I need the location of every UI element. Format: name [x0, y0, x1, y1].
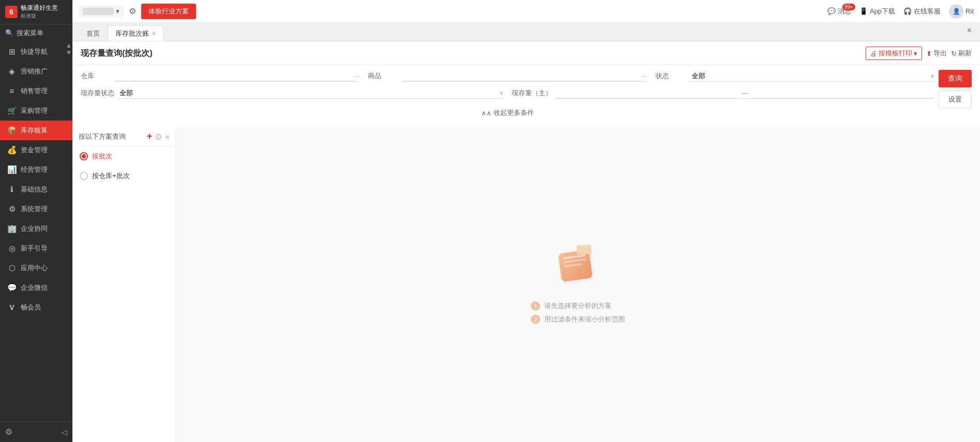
- industry-btn[interactable]: 体验行业方案: [141, 4, 196, 19]
- sidebar-item-label: 应用中心: [21, 263, 48, 273]
- topbar-settings-icon[interactable]: ⚙: [129, 6, 136, 16]
- app-center-icon: ⬡: [7, 263, 17, 273]
- sidebar-item-vip[interactable]: V 畅会员: [0, 298, 72, 317]
- topbar: ▾ ⚙ 体验行业方案 💬 消息 99+ 📱 App下载 🎧 在线客服: [72, 0, 980, 23]
- print-icon: 🖨: [870, 50, 877, 57]
- sidebar-item-label: 营销推广: [21, 67, 48, 76]
- sidebar-item-finance[interactable]: 💰 资金管理: [0, 140, 72, 160]
- refresh-btn[interactable]: ↻ 刷新: [951, 49, 972, 58]
- user-menu[interactable]: 👤 Rit: [949, 4, 974, 19]
- inventory-status-arrow-icon: ∨: [499, 90, 503, 96]
- empty-hint-2: 2 用过滤条件来缩小分析范围: [531, 315, 625, 324]
- scheme-add-icon[interactable]: +: [147, 131, 153, 142]
- scrollbar-down[interactable]: ▼: [66, 49, 72, 56]
- scheme-collapse-icon[interactable]: «: [165, 132, 169, 141]
- warehouse-field: 仓库 ···: [81, 70, 360, 82]
- marketing-icon: ◈: [7, 67, 17, 76]
- data-area: 1 请先选择要分析的方案 2 用过滤条件来缩小分析范围: [176, 127, 980, 442]
- main-close-icon[interactable]: ×: [967, 26, 972, 35]
- sidebar-item-app-center[interactable]: ⬡ 应用中心: [0, 258, 72, 278]
- tab-inventory-batch[interactable]: 库存批次账 ×: [108, 25, 164, 41]
- qty-from-input[interactable]: [555, 87, 738, 98]
- sidebar-item-label: 采购管理: [21, 106, 48, 115]
- sidebar-item-quick-nav[interactable]: ⊞ 快捷导航: [0, 42, 72, 62]
- finance-icon: 💰: [7, 145, 17, 155]
- scheme-settings-icon[interactable]: ⊙: [155, 132, 162, 141]
- inventory-icon: 📦: [7, 126, 17, 135]
- app-download-btn[interactable]: 📱 App下载: [859, 7, 895, 16]
- messages-btn[interactable]: 💬 消息 99+: [827, 7, 851, 16]
- sidebar-footer: ⚙ ◁: [0, 421, 72, 442]
- query-btn[interactable]: 查询: [939, 70, 972, 87]
- export-btn[interactable]: ⬆ 导出: [926, 49, 947, 58]
- collapse-btn[interactable]: ∧∧ 收起更多条件: [479, 106, 536, 120]
- scheme-panel: 按以下方案查询 + ⊙ « 按批次 按仓库+批次: [72, 127, 176, 442]
- phone-icon: 📱: [859, 7, 868, 15]
- warehouse-input[interactable]: [115, 70, 354, 81]
- app-title: 畅康通好生意: [21, 4, 58, 12]
- tab-home[interactable]: 首页: [79, 25, 108, 41]
- status-arrow-icon: ∨: [930, 72, 934, 79]
- empty-hint-1: 1 请先选择要分析的方案: [531, 301, 625, 311]
- main-content: ▾ ⚙ 体验行业方案 💬 消息 99+ 📱 App下载 🎧 在线客服: [72, 0, 980, 442]
- sidebar-item-enterprise-wechat[interactable]: 💬 企业微信: [0, 278, 72, 298]
- sidebar-item-inventory[interactable]: 📦 库存核算: [0, 121, 72, 140]
- tab-close-icon[interactable]: ×: [152, 30, 156, 37]
- warehouse-ellipsis[interactable]: ···: [354, 72, 360, 80]
- inventory-qty-field: 现存量（主） —: [512, 87, 934, 99]
- scheme-radio-active: [80, 152, 88, 160]
- topbar-dropdown[interactable]: ▾: [79, 5, 124, 17]
- sidebar-search[interactable]: 🔍 搜索菜单: [0, 24, 72, 42]
- empty-icon: [552, 241, 604, 293]
- scheme-item-by-batch[interactable]: 按批次: [72, 146, 175, 166]
- refresh-icon: ↻: [951, 50, 957, 57]
- tabbar: 首页 库存批次账 × ×: [72, 23, 980, 41]
- scheme-item-by-warehouse-batch[interactable]: 按仓库+批次: [72, 166, 175, 186]
- sidebar-collapse-icon[interactable]: ◁: [62, 428, 67, 436]
- product-input[interactable]: [402, 70, 641, 81]
- sidebar-item-operations[interactable]: 📊 经营管理: [0, 160, 72, 180]
- message-icon: 💬: [827, 7, 836, 15]
- user-avatar: 👤: [949, 4, 963, 19]
- product-field: 商品 ···: [368, 70, 647, 82]
- qty-to-input[interactable]: [751, 87, 934, 98]
- empty-text: 1 请先选择要分析的方案 2 用过滤条件来缩小分析范围: [531, 301, 625, 328]
- online-service-btn[interactable]: 🎧 在线客服: [903, 7, 941, 16]
- sidebar-item-label: 库存核算: [21, 126, 48, 135]
- print-btn[interactable]: 🖨 按模板打印 ▾: [866, 47, 922, 60]
- product-ellipsis[interactable]: ···: [642, 72, 647, 80]
- sidebar-item-system[interactable]: ⚙ 系统管理: [0, 199, 72, 219]
- sidebar-item-marketing[interactable]: ◈ 营销推广: [0, 62, 72, 81]
- sidebar-item-label: 企业协同: [21, 224, 48, 233]
- app-logo: 6: [5, 6, 18, 18]
- sidebar-item-label: 系统管理: [21, 204, 48, 214]
- sidebar-item-label: 销售管理: [21, 86, 48, 96]
- main-body: 按以下方案查询 + ⊙ « 按批次 按仓库+批次: [72, 127, 980, 442]
- sidebar-item-label: 快捷导航: [21, 47, 48, 56]
- scrollbar-up[interactable]: ▲: [66, 42, 72, 49]
- sidebar-item-guide[interactable]: ◎ 新手引导: [0, 239, 72, 258]
- status-field: 状态 全部 正常 停用 ∨: [656, 70, 934, 82]
- page-header: 现存量查询(按批次) 🖨 按模板打印 ▾ ⬆ 导出 ↻ 刷新: [72, 41, 980, 65]
- sidebar-item-sales[interactable]: ≡ 销售管理: [0, 81, 72, 101]
- quick-nav-icon: ⊞: [7, 47, 17, 56]
- inventory-status-select[interactable]: 全部: [117, 87, 499, 98]
- filter-area: 仓库 ··· 商品 ···: [72, 65, 980, 127]
- collapse-up-icon: ∧∧: [481, 109, 492, 117]
- guide-icon: ◎: [7, 244, 17, 253]
- operations-icon: 📊: [7, 165, 17, 174]
- print-dropdown-arrow[interactable]: ▾: [914, 50, 917, 57]
- sidebar-item-purchase[interactable]: 🛒 采购管理: [0, 101, 72, 121]
- headset-icon: 🎧: [903, 7, 912, 15]
- sidebar-item-basic-info[interactable]: ℹ 基础信息: [0, 180, 72, 199]
- sidebar-settings-icon[interactable]: ⚙: [5, 427, 12, 437]
- filter-settings-btn[interactable]: 设置: [939, 91, 972, 108]
- sales-icon: ≡: [7, 86, 17, 96]
- purchase-icon: 🛒: [7, 106, 17, 115]
- page-title: 现存量查询(按批次): [81, 48, 153, 59]
- basic-info-icon: ℹ: [7, 185, 17, 194]
- sidebar-item-enterprise[interactable]: 🏢 企业协同: [0, 219, 72, 239]
- status-select[interactable]: 全部 正常 停用: [690, 70, 930, 81]
- empty-state: 1 请先选择要分析的方案 2 用过滤条件来缩小分析范围: [531, 241, 625, 328]
- sidebar-item-label: 新手引导: [21, 244, 48, 253]
